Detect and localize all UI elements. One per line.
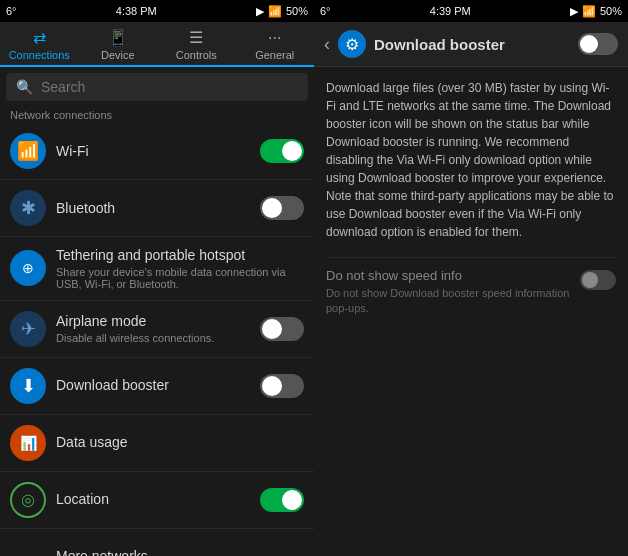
download-booster-text: Download booster: [56, 377, 260, 394]
menu-item-airplane[interactable]: ✈ Airplane mode Disable all wireless con…: [0, 301, 314, 358]
left-time: 4:38 PM: [116, 5, 157, 17]
wifi-toggle-knob: [282, 141, 302, 161]
bluetooth-icon: ✱: [10, 190, 46, 226]
search-input[interactable]: [41, 79, 298, 95]
right-status-icons: ▶ 📶 50%: [570, 5, 622, 18]
right-battery: 50%: [600, 5, 622, 17]
location-toggle-knob: [282, 490, 302, 510]
airplane-subtitle: Disable all wireless connections.: [56, 332, 260, 344]
right-header-title: Download booster: [374, 36, 570, 53]
download-booster-toggle[interactable]: [260, 374, 304, 398]
menu-items-list: 📶 Wi-Fi ✱ Bluetooth ⊕ Tethering and port…: [0, 123, 314, 556]
more-networks-icon: ···: [10, 539, 46, 556]
location-toggle[interactable]: [260, 488, 304, 512]
tab-device[interactable]: 📱 Device: [79, 22, 158, 65]
speed-info-text: Do not show speed info Do not show Downl…: [326, 268, 572, 317]
right-carrier: 6°: [320, 5, 331, 17]
right-status-bar: 6° 4:39 PM ▶ 📶 50%: [314, 0, 628, 22]
network-connections-header: Network connections: [0, 103, 314, 123]
wifi-status-icon: 📶: [268, 5, 282, 18]
more-networks-title: More networks: [56, 548, 304, 556]
airplane-toggle-knob: [262, 319, 282, 339]
wifi-toggle[interactable]: [260, 139, 304, 163]
menu-item-tethering[interactable]: ⊕ Tethering and portable hotspot Share y…: [0, 237, 314, 301]
tethering-icon: ⊕: [10, 250, 46, 286]
download-booster-title: Download booster: [56, 377, 260, 394]
bluetooth-text: Bluetooth: [56, 200, 260, 217]
bluetooth-title: Bluetooth: [56, 200, 260, 217]
controls-icon: ☰: [189, 28, 203, 47]
location-text: Location: [56, 491, 260, 508]
wifi-icon: 📶: [10, 133, 46, 169]
airplane-text: Airplane mode Disable all wireless conne…: [56, 313, 260, 344]
search-icon: 🔍: [16, 79, 33, 95]
battery-text: 50%: [286, 5, 308, 17]
signal-icon: ▶: [256, 5, 264, 18]
location-icon: ◎: [10, 482, 46, 518]
search-bar[interactable]: 🔍: [6, 73, 308, 101]
airplane-toggle[interactable]: [260, 317, 304, 341]
tab-controls-label: Controls: [176, 49, 217, 61]
download-booster-main-toggle-knob: [580, 35, 598, 53]
left-status-bar: 6° 4:38 PM ▶ 📶 50%: [0, 0, 314, 22]
download-booster-main-toggle[interactable]: [578, 33, 618, 55]
right-time: 4:39 PM: [430, 5, 471, 17]
data-usage-text: Data usage: [56, 434, 304, 451]
menu-item-download-booster[interactable]: ⬇ Download booster: [0, 358, 314, 415]
wifi-text: Wi-Fi: [56, 143, 260, 160]
bluetooth-toggle[interactable]: [260, 196, 304, 220]
speed-info-toggle-knob: [582, 272, 598, 288]
data-usage-title: Data usage: [56, 434, 304, 451]
do-not-show-speed-row[interactable]: Do not show speed info Do not show Downl…: [326, 257, 616, 327]
left-status-icons: ▶ 📶 50%: [256, 5, 308, 18]
tethering-title: Tethering and portable hotspot: [56, 247, 304, 264]
speed-info-title: Do not show speed info: [326, 268, 572, 283]
menu-item-bluetooth[interactable]: ✱ Bluetooth: [0, 180, 314, 237]
tab-connections[interactable]: ⇄ Connections: [0, 22, 79, 67]
more-networks-text: More networks: [56, 548, 304, 556]
download-booster-description: Download large files (over 30 MB) faster…: [326, 79, 616, 241]
right-content: Download large files (over 30 MB) faster…: [314, 67, 628, 556]
right-panel: 6° 4:39 PM ▶ 📶 50% ‹ ⚙ Download booster …: [314, 0, 628, 556]
tab-bar: ⇄ Connections 📱 Device ☰ Controls ··· Ge…: [0, 22, 314, 67]
download-booster-icon: ⬇: [10, 368, 46, 404]
left-carrier: 6°: [6, 5, 17, 17]
connections-icon: ⇄: [33, 28, 46, 47]
bluetooth-toggle-knob: [262, 198, 282, 218]
right-wifi-icon: 📶: [582, 5, 596, 18]
left-panel: 6° 4:38 PM ▶ 📶 50% ⇄ Connections 📱 Devic…: [0, 0, 314, 556]
back-button[interactable]: ‹: [324, 34, 330, 55]
airplane-icon: ✈: [10, 311, 46, 347]
menu-item-data-usage[interactable]: 📊 Data usage: [0, 415, 314, 472]
menu-item-location[interactable]: ◎ Location: [0, 472, 314, 529]
wifi-title: Wi-Fi: [56, 143, 260, 160]
download-booster-gear-icon: ⚙: [338, 30, 366, 58]
device-icon: 📱: [108, 28, 128, 47]
gear-icon: ⚙: [345, 35, 359, 54]
tab-general-label: General: [255, 49, 294, 61]
tab-connections-label: Connections: [9, 49, 70, 61]
menu-item-more-networks[interactable]: ··· More networks: [0, 529, 314, 556]
airplane-title: Airplane mode: [56, 313, 260, 330]
tethering-subtitle: Share your device's mobile data connecti…: [56, 266, 304, 290]
location-title: Location: [56, 491, 260, 508]
speed-info-subtitle: Do not show Download booster speed infor…: [326, 286, 572, 317]
tab-device-label: Device: [101, 49, 135, 61]
general-icon: ···: [268, 29, 281, 47]
tab-general[interactable]: ··· General: [236, 22, 315, 65]
download-booster-toggle-knob: [262, 376, 282, 396]
right-header: ‹ ⚙ Download booster: [314, 22, 628, 67]
data-usage-icon: 📊: [10, 425, 46, 461]
menu-item-wifi[interactable]: 📶 Wi-Fi: [0, 123, 314, 180]
speed-info-toggle[interactable]: [580, 270, 616, 290]
tethering-text: Tethering and portable hotspot Share you…: [56, 247, 304, 290]
right-signal-icon: ▶: [570, 5, 578, 18]
tab-controls[interactable]: ☰ Controls: [157, 22, 236, 65]
